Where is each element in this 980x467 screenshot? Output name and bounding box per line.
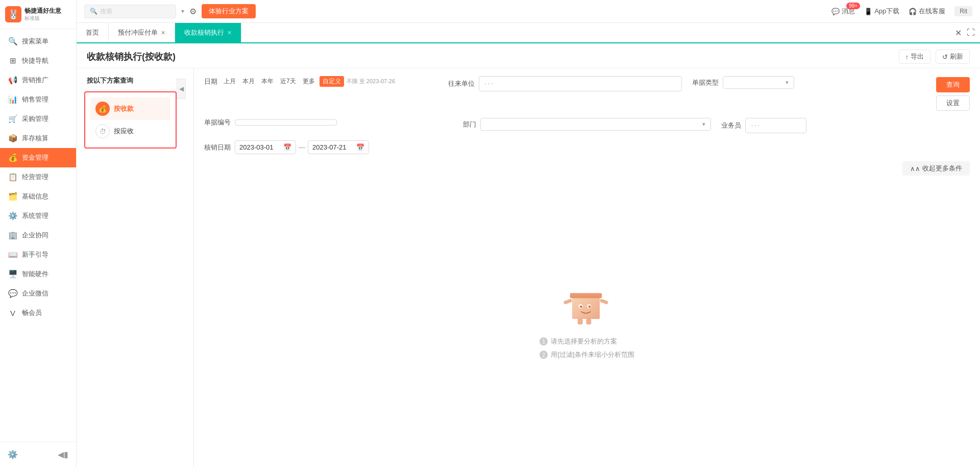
date-shortcut-lastmonth[interactable]: 上月 xyxy=(222,76,238,87)
svg-point-5 xyxy=(589,306,591,308)
bill-type-select[interactable]: ▾ xyxy=(723,76,794,89)
tabs-bar: 首页 预付冲应付单 ✕ 收款核销执行 ✕ ✕ ⛶ xyxy=(77,23,980,43)
tab-close-collection-icon[interactable]: ✕ xyxy=(227,30,232,36)
app-download-btn[interactable]: 📱 App下载 xyxy=(864,7,899,16)
sidebar-item-base[interactable]: 🗂️ 基础信息 xyxy=(0,187,76,206)
staff-dots-icon: ··· xyxy=(751,121,761,130)
filter-row-3: 核销日期 2023-03-01 📅 — 2023-07-21 📅 xyxy=(204,140,970,154)
bill-type-field: 单据类型 ▾ xyxy=(692,76,926,89)
date-shortcut-custom[interactable]: 自定义 xyxy=(320,76,344,87)
base-icon: 🗂️ xyxy=(8,192,18,201)
empty-tip-2: 2 用[过滤]条件来缩小分析范围 xyxy=(540,350,634,359)
page-header: 收款核销执行(按收款) ↑ 导出 ↺ 刷新 xyxy=(77,43,980,68)
filter-collapse-row: ∧∧ 收起更多条件 xyxy=(204,161,970,176)
collapse-more-btn[interactable]: ∧∧ 收起更多条件 xyxy=(902,161,970,176)
empty-state: 1 请先选择要分析的方案 2 用[过滤]条件来缩小分析范围 xyxy=(540,199,634,447)
sidebar-item-purchase[interactable]: 🛒 采购管理 xyxy=(0,109,76,129)
collapse-filter-sidebar-btn[interactable]: ◀ xyxy=(177,79,186,99)
page-title: 收款核销执行(按收款) xyxy=(87,51,176,63)
tab-prepay[interactable]: 预付冲应付单 ✕ xyxy=(109,23,175,42)
sidebar-item-guide[interactable]: 📖 新手引导 xyxy=(0,245,76,264)
app-logo-text: 畅捷通好生意 标准版 xyxy=(24,7,61,22)
window-close-icon[interactable]: ✕ xyxy=(955,28,962,38)
tab-collection[interactable]: 收款核销执行 ✕ xyxy=(175,23,241,42)
content-area: 收款核销执行(按收款) ↑ 导出 ↺ 刷新 按以下方案查询 xyxy=(77,43,980,467)
sidebar-item-collab[interactable]: 🏢 企业协同 xyxy=(0,226,76,245)
date-shortcut-more[interactable]: 更多 xyxy=(301,76,317,87)
header-dropdown-btn[interactable]: ▾ xyxy=(181,8,184,15)
header-right: 💬 消息 99+ 📱 App下载 🎧 在线客服 Rit xyxy=(831,6,972,16)
calendar-end-icon: 📅 xyxy=(356,143,364,151)
settings-bottom-icon[interactable]: ⚙️ xyxy=(5,447,20,462)
verify-date-end-input[interactable]: 2023-07-21 📅 xyxy=(308,140,369,154)
purchase-icon: 🛒 xyxy=(8,114,18,124)
header-search-box[interactable]: 🔍 搜索 xyxy=(84,5,176,18)
date-field: 日期 上月 本月 本年 近7天 更多 自定义 不限 至 2023-07-26 xyxy=(204,76,438,87)
collapse-sidebar-icon[interactable]: ◀▮ xyxy=(55,447,71,462)
message-icon: 💬 xyxy=(831,8,840,15)
svg-rect-6 xyxy=(564,299,573,305)
sidebar-logo: 🐰 畅捷通好生意 标准版 xyxy=(0,0,76,29)
counterpart-field: 往来单位 ··· xyxy=(448,76,682,91)
filter-option-by-receivable[interactable]: ⏱ 按应收 xyxy=(90,120,170,142)
quicknav-icon: ⊞ xyxy=(8,56,18,65)
sidebar-item-inventory[interactable]: 📦 库存核算 xyxy=(0,129,76,148)
sidebar-item-search[interactable]: 🔍 搜索菜单 xyxy=(0,32,76,51)
dept-field: 部门 ▾ xyxy=(463,118,712,131)
tip-num-2: 2 xyxy=(540,351,548,359)
header-gear-icon[interactable]: ⚙ xyxy=(189,7,197,16)
query-button[interactable]: 查询 xyxy=(936,77,970,92)
refresh-icon: ↺ xyxy=(942,53,948,61)
date-shortcut-thismonth[interactable]: 本月 xyxy=(240,76,257,87)
sidebar-item-wechat[interactable]: 💬 企业微信 xyxy=(0,284,76,303)
sidebar-bottom: ⚙️ ◀▮ xyxy=(0,441,76,467)
sidebar-item-hardware[interactable]: 🖥️ 智能硬件 xyxy=(0,264,76,284)
user-info[interactable]: Rit xyxy=(954,6,972,16)
dept-select[interactable]: ▾ xyxy=(480,118,712,131)
svg-rect-8 xyxy=(578,318,583,325)
staff-input[interactable]: ··· xyxy=(745,118,806,133)
sidebar: 🐰 畅捷通好生意 标准版 🔍 搜索菜单 ⊞ 快捷导航 📢 营销推广 📊 销售管理… xyxy=(0,0,77,467)
refresh-button[interactable]: ↺ 刷新 xyxy=(936,50,970,64)
export-icon: ↑ xyxy=(905,53,909,61)
empty-tips: 1 请先选择要分析的方案 2 用[过滤]条件来缩小分析范围 xyxy=(540,337,634,359)
sidebar-item-finance[interactable]: 💰 资金管理 xyxy=(0,148,76,167)
date-shortcut-7days[interactable]: 近7天 xyxy=(278,76,298,87)
bill-no-input[interactable] xyxy=(235,119,337,126)
date-shortcut-thisyear[interactable]: 本年 xyxy=(259,76,276,87)
filter-row-1: 日期 上月 本月 本年 近7天 更多 自定义 不限 至 2023-07-26 xyxy=(204,76,970,111)
collapse-chevron-icon: ∧∧ xyxy=(910,165,920,173)
bill-type-arrow-icon: ▾ xyxy=(786,79,789,86)
sidebar-item-system[interactable]: ⚙️ 系统管理 xyxy=(0,206,76,226)
online-service-btn[interactable]: 🎧 在线客服 xyxy=(909,7,945,16)
finance-icon: 💰 xyxy=(8,153,18,162)
svg-rect-7 xyxy=(599,299,608,305)
page-actions: ↑ 导出 ↺ 刷新 xyxy=(899,50,970,64)
setting-button[interactable]: 设置 xyxy=(936,95,970,111)
filter-options-box: 按以下方案查询 💰 按收款 ⏱ 按应收 xyxy=(84,76,177,459)
sidebar-item-marketing[interactable]: 📢 营销推广 xyxy=(0,70,76,90)
marketing-icon: 📢 xyxy=(8,76,18,85)
solution-button[interactable]: 体验行业方案 xyxy=(202,4,256,18)
tab-home[interactable]: 首页 xyxy=(77,23,109,42)
counterpart-dots-icon: ··· xyxy=(484,79,494,88)
verify-date-range: 2023-03-01 📅 — 2023-07-21 📅 xyxy=(235,140,369,154)
business-icon: 📋 xyxy=(8,173,18,182)
counterpart-input[interactable]: ··· xyxy=(479,76,682,91)
service-icon: 🎧 xyxy=(909,8,917,15)
export-button[interactable]: ↑ 导出 xyxy=(899,50,931,64)
filter-option-by-receipt[interactable]: 💰 按收款 xyxy=(90,97,170,120)
sidebar-item-business[interactable]: 📋 经营管理 xyxy=(0,167,76,187)
calendar-start-icon: 📅 xyxy=(283,143,291,151)
date-range-separator: — xyxy=(299,143,305,151)
message-btn[interactable]: 💬 消息 99+ xyxy=(831,7,855,16)
hardware-icon: 🖥️ xyxy=(8,269,18,279)
verify-date-start-input[interactable]: 2023-03-01 📅 xyxy=(235,140,296,154)
system-icon: ⚙️ xyxy=(8,211,18,220)
sidebar-item-quicknav[interactable]: ⊞ 快捷导航 xyxy=(0,51,76,70)
sidebar-item-member[interactable]: V 畅会员 xyxy=(0,303,76,323)
tab-close-prepay-icon[interactable]: ✕ xyxy=(161,30,165,36)
bill-no-field: 单据编号 xyxy=(204,118,453,127)
window-expand-icon[interactable]: ⛶ xyxy=(967,28,975,37)
sidebar-item-sales[interactable]: 📊 销售管理 xyxy=(0,90,76,109)
